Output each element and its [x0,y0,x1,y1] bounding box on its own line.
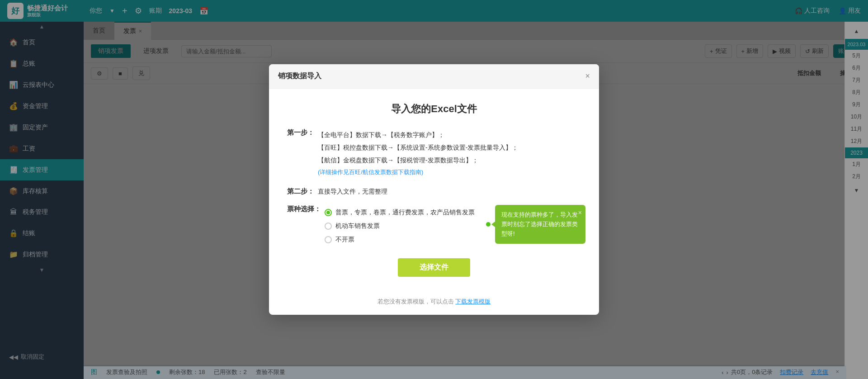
step1-content: 【全电平台】数据下载→【税务数字账户】； 【百旺】税控盘数据下载→【系统设置-系… [318,128,518,178]
modal-header: 销项数据导入 × [269,64,599,89]
modal-overlay: 销项数据导入 × 导入您的Excel文件 第一步： 【全电平台】数据下载→【税务… [0,0,868,379]
radio-dot-1 [326,211,330,214]
radio-group: 普票，专票，卷票，通行费发票，农产品销售发票 机动车销售发票 不开票 [325,208,475,244]
radio-option3[interactable]: 不开票 [325,236,475,244]
footer-text: 若您没有发票模版，可以点击 [377,298,454,305]
modal-title: 销项数据导入 [278,71,321,81]
modal-close-button[interactable]: × [585,71,590,81]
tooltip-bubble: × 现在支持的票种多了，导入发票时别忘了选择正确的发票类型呀! [495,205,585,244]
select-file-button[interactable]: 选择文件 [398,258,470,277]
step2: 第二步： 直接导入文件，无需整理 [287,187,581,196]
ticket-label: 票种选择： [287,205,321,213]
step1-link[interactable]: (详细操作见百旺/航信发票数据下载指南) [318,166,518,178]
radio-option2[interactable]: 机动车销售发票 [325,222,475,230]
step1-line2: 【百旺】税控盘数据下载→【系统设置-系统参数设置-发票批量导入】； [318,141,518,154]
step1: 第一步： 【全电平台】数据下载→【税务数字账户】； 【百旺】税控盘数据下载→【系… [287,128,581,178]
ticket-selection: 票种选择： 普票，专票，卷票，通行费发票，农产品销售发票 机动车销售 [287,205,581,247]
modal-footer: 若您没有发票模版，可以点击 下载发票模版 [269,298,599,315]
step2-content: 直接导入文件，无需整理 [318,188,387,196]
radio-circle-2[interactable] [325,223,332,230]
tooltip-dot [486,222,491,227]
tooltip-close[interactable]: × [578,208,582,218]
radio-label-3: 不开票 [335,236,354,244]
modal-body: 导入您的Excel文件 第一步： 【全电平台】数据下载→【税务数字账户】； 【百… [269,89,599,298]
radio-label-2: 机动车销售发票 [335,222,380,230]
step1-line1: 【全电平台】数据下载→【税务数字账户】； [318,128,518,141]
step2-label: 第二步： [287,187,314,196]
step1-line3: 【航信】金税盘数据下载→【报税管理-发票数据导出】； [318,154,518,166]
radio-option1[interactable]: 普票，专票，卷票，通行费发票，农产品销售发票 [325,208,475,217]
tooltip-text: 现在支持的票种多了，导入发票时别忘了选择正确的发票类型呀! [501,211,578,237]
radio-circle-3[interactable] [325,236,332,243]
radio-label-1: 普票，专票，卷票，通行费发票，农产品销售发票 [335,208,475,217]
step1-label: 第一步： [287,128,314,137]
download-template-link[interactable]: 下载发票模版 [455,298,491,305]
radio-circle-1[interactable] [325,209,332,216]
import-modal: 销项数据导入 × 导入您的Excel文件 第一步： 【全电平台】数据下载→【税务… [269,64,599,315]
modal-main-title: 导入您的Excel文件 [287,102,581,116]
